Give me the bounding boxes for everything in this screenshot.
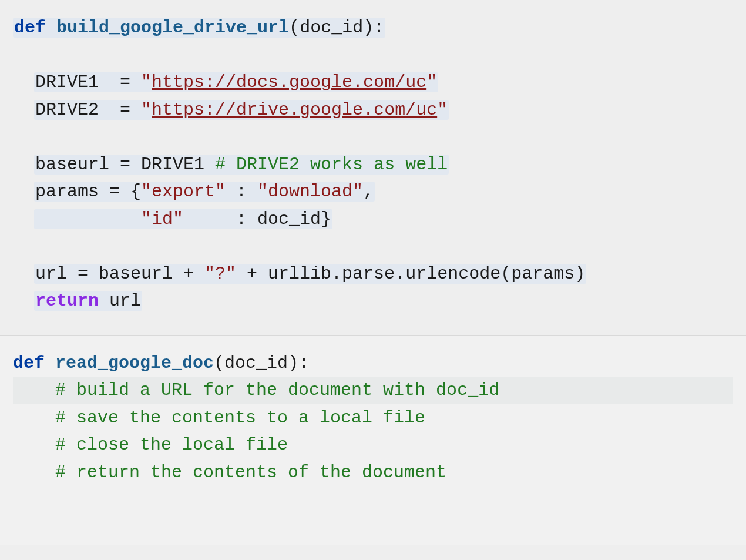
code-block-build-url: def build_google_drive_url(doc_id): DRIV…: [0, 0, 746, 331]
baseurl-comment: # DRIVE2 works as well: [215, 155, 448, 175]
drive1-url: https://docs.google.com/uc: [152, 72, 426, 92]
keyword-return: return: [35, 291, 99, 311]
code-block-read-doc: def read_google_doc(doc_id): # build a U…: [0, 335, 746, 545]
function-name: build_google_drive_url: [56, 18, 289, 38]
params-open: params = {: [35, 182, 141, 202]
quote: ": [141, 100, 152, 120]
code-pre-1: def build_google_drive_url(doc_id): DRIV…: [13, 14, 733, 315]
code-pre-2: def read_google_doc(doc_id): # build a U…: [13, 350, 733, 487]
param-doc-id: doc_id: [300, 18, 363, 38]
sig-open: (: [289, 18, 300, 38]
drive1-lhs: DRIVE1 =: [35, 72, 141, 92]
url-assign-a: url = baseurl +: [35, 264, 204, 284]
params-key-export: "export": [141, 182, 226, 202]
comment-build-url: # build a URL for the document with doc_…: [55, 380, 499, 400]
comment-save: # save the contents to a local file: [55, 408, 425, 428]
space: [45, 353, 55, 373]
drive2-lhs: DRIVE2 =: [35, 100, 141, 120]
quote: ": [141, 72, 152, 92]
keyword-def: def: [14, 18, 46, 38]
comment-close: # close the local file: [55, 435, 288, 455]
sig-close: ):: [363, 18, 384, 38]
return-expr: url: [99, 291, 141, 311]
baseurl-assign: baseurl = DRIVE1: [35, 155, 215, 175]
params-tail2: : doc_id}: [183, 209, 331, 229]
params-indent: [35, 209, 141, 229]
params-key-id: "id": [141, 209, 183, 229]
sig-close: ):: [288, 353, 309, 373]
space: [46, 18, 56, 38]
drive2-url: https://drive.google.com/uc: [152, 100, 437, 120]
quote: ": [426, 72, 437, 92]
quote: ": [437, 100, 448, 120]
function-name: read_google_doc: [55, 353, 214, 373]
params-tail1: ,: [363, 182, 374, 202]
url-qmark: "?": [204, 264, 236, 284]
params-sep1: :: [226, 182, 257, 202]
comment-return: # return the contents of the document: [55, 462, 446, 482]
param-doc-id: doc_id: [224, 353, 288, 373]
keyword-def: def: [13, 353, 45, 373]
sig-open: (: [214, 353, 224, 373]
url-assign-b: + urllib.parse.urlencode(params): [236, 264, 585, 284]
params-val-download: "download": [257, 182, 363, 202]
